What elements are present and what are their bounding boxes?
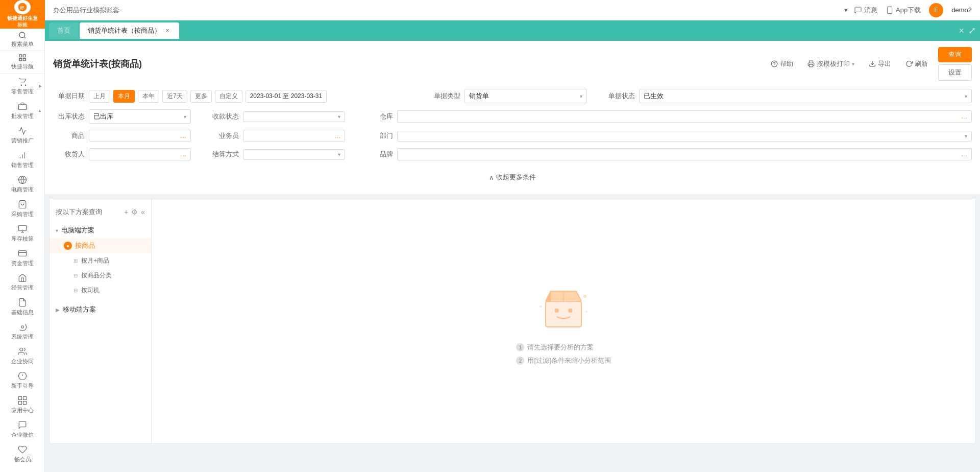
- salesperson-input[interactable]: …: [243, 130, 345, 142]
- finance-label: 资金管理: [11, 259, 34, 267]
- sidebar-item-purchase[interactable]: 采购管理: [0, 196, 44, 221]
- print-dropdown-icon[interactable]: ▾: [852, 61, 854, 67]
- collapse-btn[interactable]: ∧ 收起更多条件: [481, 171, 544, 184]
- export-btn[interactable]: 导出: [865, 57, 895, 70]
- warehouse-input[interactable]: …: [397, 110, 972, 123]
- scheme-item-by-goods[interactable]: ● 按商品: [50, 238, 151, 253]
- search-icon: [18, 31, 27, 39]
- sidebar-item-basic[interactable]: 基础信息: [0, 294, 44, 319]
- mobile-group-label: 移动端方案: [63, 305, 96, 314]
- warehouse-status-arrow: ▾: [184, 114, 186, 120]
- sidebar-item-finance[interactable]: 资金管理: [0, 245, 44, 270]
- refresh-label: 刷新: [915, 59, 928, 68]
- sidebar-item-marketing[interactable]: 营销推广: [0, 123, 44, 147]
- help-icon: [771, 60, 778, 67]
- desktop-group-header[interactable]: ▾ 电脑端方案: [50, 223, 151, 238]
- goods-input[interactable]: …: [89, 130, 191, 142]
- svg-point-39: [568, 309, 572, 313]
- user-avatar[interactable]: E: [929, 3, 943, 17]
- sidebar-item-member[interactable]: 畅会员: [0, 441, 44, 466]
- receiver-more[interactable]: …: [180, 151, 186, 158]
- quick-nav-item[interactable]: 快捷导航: [0, 51, 45, 74]
- brand-more[interactable]: …: [961, 151, 967, 158]
- sidebar-item-retail[interactable]: 零售管理 ▶: [0, 74, 44, 98]
- refresh-btn[interactable]: 刷新: [901, 57, 932, 70]
- sidebar-item-wholesale[interactable]: 批发管理 ▲: [0, 98, 44, 123]
- guide-icon: [17, 371, 28, 381]
- scheme-subitem-driver[interactable]: ⊟ 按司机: [50, 283, 151, 298]
- sidebar-item-sales[interactable]: 销售管理: [0, 147, 44, 172]
- guide-label: 新手引导: [11, 382, 34, 390]
- svg-text:好: 好: [19, 5, 24, 10]
- window-expand-icon[interactable]: ⤢: [968, 25, 976, 36]
- mobile-group-header[interactable]: ▶ 移动端方案: [50, 302, 151, 317]
- sidebar-item-guide[interactable]: 新手引导: [0, 368, 44, 392]
- warehouse-status-select[interactable]: 已出库 ▾: [89, 109, 191, 124]
- app-subtitle: 标账: [17, 21, 28, 29]
- salesperson-more[interactable]: …: [334, 132, 340, 139]
- department-select[interactable]: ▾: [397, 131, 972, 141]
- payment-status-select[interactable]: ▾: [243, 111, 345, 122]
- scheme-item-by-goods-label: 按商品: [75, 241, 95, 250]
- warehouse-more[interactable]: …: [961, 113, 967, 120]
- hint-2-num: 2: [516, 357, 524, 365]
- date-range-display[interactable]: 2023-03-01 至 2023-03-31: [246, 90, 327, 103]
- collapse-row: ∧ 收起更多条件: [53, 167, 972, 188]
- driver-icon: ⊟: [72, 287, 79, 294]
- this-month-btn[interactable]: 本月: [113, 90, 135, 103]
- left-panel-icons: + ⚙ «: [124, 208, 145, 216]
- wechat-label: 企业微信: [11, 431, 34, 439]
- window-close-icon[interactable]: ×: [959, 26, 964, 36]
- svg-rect-36: [546, 301, 581, 327]
- sidebar-item-apps[interactable]: 应用中心: [0, 392, 44, 417]
- user-name[interactable]: demo2: [951, 6, 972, 14]
- dept-arrow: ▾: [965, 133, 967, 139]
- sidebar-item-enterprise[interactable]: 企业协同: [0, 343, 44, 368]
- date-filter-control: 上月 本月 本年 近7天 更多 自定义 2023-03-01 至 2023-03…: [89, 90, 412, 103]
- sidebar-nav: 零售管理 ▶ 批发管理 ▲ 营销推广 销售管理 电商管理: [0, 74, 44, 472]
- sidebar-item-system[interactable]: 系统管理: [0, 319, 44, 343]
- doc-status-value: 已生效: [644, 91, 664, 101]
- sidebar-item-ecommerce[interactable]: 电商管理: [0, 172, 44, 196]
- query-button[interactable]: 查询: [938, 47, 972, 62]
- print-btn[interactable]: 按模板打印 ▾: [803, 57, 859, 70]
- goods-more[interactable]: …: [180, 132, 186, 139]
- svg-rect-16: [19, 225, 27, 231]
- settings-scheme-icon[interactable]: ⚙: [131, 208, 138, 216]
- brand-input[interactable]: …: [397, 148, 972, 160]
- tab-home[interactable]: 首页: [49, 22, 79, 39]
- left-panel: 按以下方案查询 + ⚙ « ▾ 电脑端方案 ● 按商品: [50, 199, 152, 443]
- message-action[interactable]: 消息: [854, 6, 877, 15]
- scheme-subitem-month-goods[interactable]: ⊞ 按月+商品: [50, 253, 151, 268]
- settle-select[interactable]: ▾: [243, 149, 345, 160]
- sidebar-item-inventory[interactable]: 库存核算: [0, 221, 44, 245]
- doc-type-select[interactable]: 销货单 ▾: [464, 89, 587, 103]
- receiver-input[interactable]: …: [89, 148, 191, 160]
- more-date-btn[interactable]: 更多: [190, 90, 212, 103]
- this-year-btn[interactable]: 本年: [138, 90, 159, 103]
- filter-row-warehouse: 出库状态 已出库 ▾ 收款状态 ▾ 仓库 …: [53, 109, 972, 124]
- recent7-btn[interactable]: 近7天: [162, 90, 187, 103]
- retail-expand-icon: ▶: [39, 84, 42, 88]
- search-menu-item[interactable]: 搜索菜单: [0, 29, 45, 51]
- add-scheme-icon[interactable]: +: [124, 208, 128, 216]
- scheme-subitem-month-goods-label: 按月+商品: [81, 256, 109, 265]
- topbar-actions: 消息 App下载 E demo2: [854, 3, 972, 17]
- empty-illustration: [533, 273, 594, 335]
- tab-close-icon[interactable]: ×: [164, 27, 171, 34]
- tab-sales-stats[interactable]: 销货单统计表（按商品） ×: [80, 22, 179, 39]
- industry-dropdown[interactable]: ▾: [844, 6, 848, 14]
- industry-title: 办公用品行业模拟账套: [53, 6, 838, 15]
- doc-status-select[interactable]: 已生效 ▾: [639, 89, 972, 103]
- brand-label: 品牌: [361, 150, 397, 159]
- custom-date-btn[interactable]: 自定义: [215, 90, 242, 103]
- last-month-btn[interactable]: 上月: [89, 90, 110, 103]
- sidebar-item-operations[interactable]: 经营管理: [0, 270, 44, 294]
- sidebar-item-wechat[interactable]: 企业微信: [0, 417, 44, 441]
- app-download-action[interactable]: App下载: [886, 6, 921, 15]
- help-btn[interactable]: 帮助: [767, 57, 797, 70]
- collapse-panel-icon[interactable]: «: [141, 208, 145, 216]
- scheme-subitem-goods-category[interactable]: ⊟ 按商品分类: [50, 268, 151, 283]
- settings-button[interactable]: 设置: [938, 64, 972, 81]
- app-logo[interactable]: 好 畅捷通好生意 标账: [0, 0, 45, 29]
